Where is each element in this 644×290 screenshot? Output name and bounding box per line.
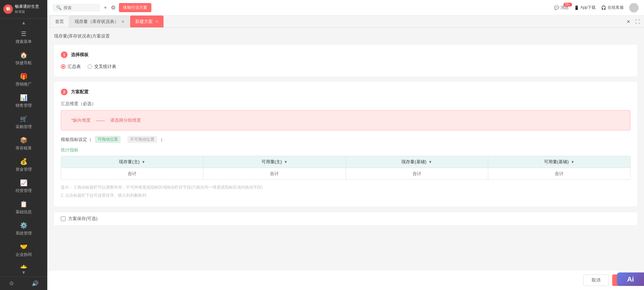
- operations-icon: 📈: [20, 179, 27, 187]
- hint-section: 提示： 1.拖动标题栏可以调整布局，不可跨维度或指标区域拖动栏目字段(只能在同一…: [61, 184, 630, 199]
- message-icon: 💬: [554, 5, 559, 10]
- stats-section: 统计指标 现存量(主) ▼ 可用量(主) ▼ 现存量(基辅): [61, 147, 630, 180]
- sidebar-item-inventory[interactable]: 📦 库存核算: [0, 133, 47, 154]
- save-label: 方案保存(可选): [68, 216, 98, 222]
- topbar: 🔍 ▼ ⚙ 体验行业方案 💬 消息 99+ 📱 App下载 🎧 在线客服: [47, 0, 644, 16]
- new-guide-icon: 🌟: [20, 264, 27, 268]
- tab-close-btn[interactable]: ✕: [625, 18, 632, 26]
- step1-label: 选择模板: [71, 52, 89, 58]
- step2-card: 2 方案配置 汇总维度（必选） *纵向维度 —— 请选择分组维度 模板指标设定（…: [54, 82, 637, 207]
- col4-dropdown-icon[interactable]: ▼: [571, 160, 574, 164]
- phone-icon: 📱: [574, 5, 579, 10]
- col1-dropdown-icon[interactable]: ▼: [142, 160, 145, 164]
- dimension-box: *纵向维度 —— 请选择分组维度: [61, 110, 630, 130]
- stats-cell-4: 合计: [488, 168, 630, 179]
- user-avatar[interactable]: [629, 3, 639, 13]
- stats-cell-1: 合计: [61, 168, 203, 179]
- radio-cross[interactable]: 交叉统计表: [88, 64, 116, 70]
- template-options: 汇总表 交叉统计表: [61, 64, 630, 70]
- step1-num: 1: [61, 51, 68, 58]
- step1-header: 1 选择模板: [61, 51, 630, 58]
- tab-new-scheme[interactable]: 新建方案 ✕: [130, 16, 164, 27]
- page-title: 现存量(库存状况表)方案设置: [54, 33, 637, 39]
- radio-summary[interactable]: 汇总表: [61, 64, 81, 70]
- stats-col-3: 现存量(基辅) ▼: [346, 156, 488, 168]
- sidebar-item-cooperation[interactable]: 🤝 企业协同: [0, 240, 47, 261]
- stats-table-row: 合计 合计 合计 合计: [61, 168, 630, 179]
- sidebar-settings-btn[interactable]: ⚙: [9, 280, 14, 287]
- basics-icon: 📋: [20, 200, 27, 208]
- ai-badge[interactable]: Ai: [617, 272, 644, 286]
- tabs-actions: ✕ ⛶: [625, 18, 641, 26]
- dimension-row: *纵向维度 —— 请选择分组维度: [71, 117, 620, 123]
- hint-text: 提示： 1.拖动标题栏可以调整布局，不可跨维度或指标区域拖动栏目字段(只能在同一…: [61, 184, 630, 199]
- sidebar-bottom: ⚙ 🔊: [0, 276, 47, 290]
- tabs-bar: 首页 现存量（库存状况表） ✕ 新建方案 ✕ ✕ ⛶: [47, 16, 644, 28]
- step2-num: 2: [61, 89, 68, 95]
- sidebar-item-purchase[interactable]: 🛒 采购管理: [0, 112, 47, 133]
- tab-inventory-status[interactable]: 现存量（库存状况表） ✕: [70, 16, 129, 27]
- step2-header: 2 方案配置: [61, 89, 630, 95]
- save-checkbox[interactable]: [61, 216, 66, 221]
- cooperation-icon: 🤝: [20, 243, 27, 250]
- stats-cell-2: 合计: [203, 168, 346, 179]
- tab-home[interactable]: 首页: [50, 16, 69, 27]
- message-btn[interactable]: 💬 消息 99+: [554, 5, 569, 10]
- logo-icon: 畅: [3, 4, 13, 14]
- app-name: 畅康通好生意: [15, 4, 39, 9]
- sidebar-item-finance[interactable]: 💰 资金管理: [0, 154, 47, 176]
- inventory-icon: 📦: [20, 137, 27, 144]
- step2-label: 方案配置: [71, 89, 89, 95]
- dimension-title: 汇总维度（必选）: [61, 101, 630, 107]
- tab-expand-btn[interactable]: ⛶: [634, 18, 641, 26]
- search-input[interactable]: [64, 5, 94, 10]
- cancel-button[interactable]: 取消: [583, 274, 609, 286]
- indicator-setting-row: 模板指标设定（ 可拖动位置 不可拖动位置 ）: [61, 136, 630, 143]
- purchase-icon: 🛒: [20, 115, 27, 123]
- system-icon: ⚙️: [20, 222, 27, 229]
- stats-col-4: 可用量(基辅) ▼: [488, 156, 630, 168]
- col3-dropdown-icon[interactable]: ▼: [428, 160, 432, 164]
- draggable-badge: 可拖动位置: [95, 136, 121, 143]
- sidebar-item-new-guide[interactable]: 🌟 新手引导: [0, 261, 47, 268]
- vertical-dim-label: *纵向维度: [71, 117, 91, 123]
- finance-icon: 💰: [20, 158, 27, 165]
- customer-service-link[interactable]: 🎧 在线客服: [601, 5, 624, 10]
- sidebar-item-basics[interactable]: 📋 基础信息: [0, 197, 47, 218]
- sidebar-volume-btn[interactable]: 🔊: [32, 280, 39, 287]
- stats-col-2: 可用量(主) ▼: [203, 156, 346, 168]
- trial-btn[interactable]: 体验行业方案: [119, 3, 151, 12]
- sidebar-item-sales[interactable]: 📊 销售管理: [0, 91, 47, 112]
- quick-nav-icon: 🏠: [20, 51, 27, 59]
- sidebar-item-system[interactable]: ⚙️ 系统管理: [0, 218, 47, 240]
- tab-new-scheme-close[interactable]: ✕: [155, 20, 158, 24]
- topbar-search-box: 🔍: [53, 4, 100, 11]
- stats-col-1: 现存量(主) ▼: [61, 156, 203, 168]
- stats-section-label: 统计指标: [61, 147, 630, 153]
- sidebar-logo: 畅 畅康通好生意 标准版: [0, 0, 47, 19]
- search-icon: 🔍: [56, 5, 61, 10]
- stats-cell-3: 合计: [346, 168, 488, 179]
- marketing-icon: 🎁: [20, 73, 27, 80]
- sidebar-item-marketing[interactable]: 🎁 营销推广: [0, 69, 47, 91]
- sidebar-item-search-menu[interactable]: ☰ 搜索菜单: [0, 27, 47, 48]
- sidebar-scroll-down[interactable]: ▼: [0, 268, 47, 276]
- sidebar-item-quick-nav[interactable]: 🏠 快捷导航: [0, 48, 47, 69]
- save-row: 方案保存(可选): [54, 212, 637, 225]
- sidebar-scroll-up[interactable]: ▲: [0, 19, 47, 27]
- radio-summary-circle: [61, 64, 66, 69]
- tab-inventory-close[interactable]: ✕: [121, 20, 124, 24]
- col2-dropdown-icon[interactable]: ▼: [284, 160, 288, 164]
- dimension-placeholder[interactable]: 请选择分组维度: [110, 117, 141, 123]
- sidebar: 畅 畅康通好生意 标准版 ▲ ☰ 搜索菜单 🏠 快捷导航 🎁 营销推广 📊 销售…: [0, 0, 47, 290]
- dropdown-arrow-icon: ▼: [103, 5, 107, 10]
- sales-icon: 📊: [20, 94, 27, 101]
- stats-table: 现存量(主) ▼ 可用量(主) ▼ 现存量(基辅) ▼ 可用量(基辅): [61, 156, 630, 180]
- stats-table-header: 现存量(主) ▼ 可用量(主) ▼ 现存量(基辅) ▼ 可用量(基辅): [61, 156, 630, 168]
- search-menu-icon: ☰: [21, 30, 26, 38]
- sidebar-item-operations[interactable]: 📈 经营管理: [0, 176, 47, 197]
- app-download-link[interactable]: 📱 App下载: [574, 5, 596, 10]
- message-badge: 99+: [564, 3, 572, 6]
- topbar-settings-btn[interactable]: ⚙: [111, 4, 116, 11]
- non-draggable-badge: 不可拖动位置: [127, 136, 157, 143]
